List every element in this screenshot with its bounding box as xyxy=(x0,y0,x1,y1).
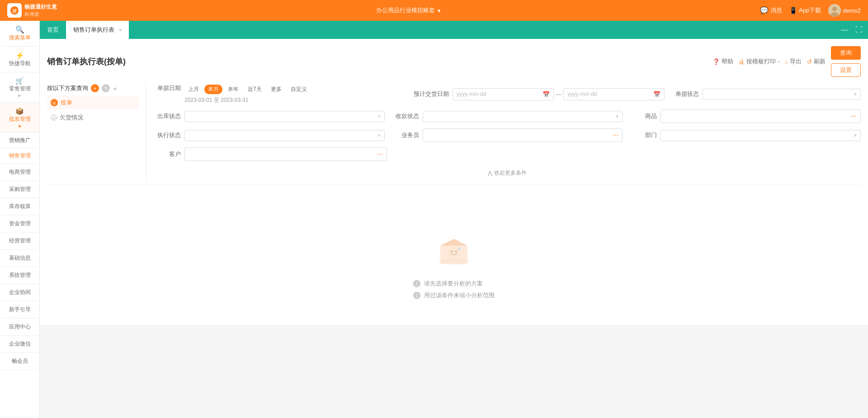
empty-tips: 1 请先选择要分析的方案 2 用过滤条件来缩小分析范围 xyxy=(413,280,495,299)
edit-plan-btn[interactable]: ✎ xyxy=(102,84,110,92)
predicted-date-label: 预计交货日期 xyxy=(413,90,449,98)
right-panel: 首页 销售订单执行表 × — ⛶ 销售订单执行表(按单) ❓ xyxy=(40,21,868,418)
empty-icon xyxy=(431,225,476,271)
sidebar-item-basics[interactable]: 基础信息 xyxy=(0,250,39,267)
tab-home-label: 首页 xyxy=(47,26,59,34)
predicted-date-to[interactable]: yyyy-mm-dd 📅 xyxy=(563,88,665,100)
help-action[interactable]: ❓ 帮助 xyxy=(712,57,733,66)
out-status-select[interactable]: ▾ xyxy=(184,111,385,122)
sidebar-item-operations[interactable]: 经营管理 xyxy=(0,233,39,250)
sidebar-item-appstore[interactable]: 应用中心 xyxy=(0,318,39,336)
action-buttons: 查询 设置 xyxy=(831,46,861,77)
sidebar-item-search[interactable]: 🔍 搜索菜单 xyxy=(0,21,39,47)
plan-item-quhuo[interactable]: 欠 欠货情况 xyxy=(47,111,139,124)
tab-more[interactable]: 更多 xyxy=(267,84,285,95)
out-status-dropdown-icon: ▾ xyxy=(378,114,381,119)
tab-minimize-icon[interactable]: — xyxy=(839,24,850,36)
tab-active[interactable]: 销售订单执行表 × xyxy=(66,21,129,39)
tab-close-icon[interactable]: × xyxy=(119,27,122,33)
goods-input[interactable]: ··· xyxy=(660,109,861,123)
tab-last-7-days[interactable]: 近7天 xyxy=(244,84,265,95)
tab-home[interactable]: 首页 xyxy=(40,21,66,39)
sidebar-item-newbie[interactable]: 新手引导 xyxy=(0,301,39,318)
sidebar-item-retail[interactable]: 🛒 零售管理 ▶ xyxy=(0,72,39,103)
collapse-more-btn[interactable]: ⋀ 收起更多条件 xyxy=(154,166,861,181)
collapse-left-btn[interactable]: « xyxy=(113,85,117,92)
filter-goods: 商品 ··· xyxy=(630,109,861,123)
refresh-label: 刷新 xyxy=(814,57,826,66)
page-title: 销售订单执行表(按单) xyxy=(47,56,126,67)
sidebar-item-wholesale[interactable]: 📦 批发管理 ▲ xyxy=(0,103,39,133)
goods-dots-btn[interactable]: ··· xyxy=(851,112,857,120)
filter-row-1: 单据日期 上月 本月 本年 近7天 更多 自定义 xyxy=(154,84,861,104)
app-download-nav-item[interactable]: 📱 App下载 xyxy=(789,6,821,14)
doc-status-dropdown-icon: ▾ xyxy=(854,91,857,97)
query-button[interactable]: 查询 xyxy=(831,46,861,60)
nav-dropdown-icon[interactable]: ▾ xyxy=(438,7,441,14)
nav-left: 好 畅捷通好生意 标准版 xyxy=(7,3,57,18)
filter-customer: 客户 ··· xyxy=(154,147,387,161)
filter-predicted-date: 预计交货日期 yyyy-mm-dd 📅 — yyyy-mm-dd xyxy=(413,88,665,100)
sidebar-item-enterprise[interactable]: 企业协同 xyxy=(0,284,39,301)
doc-status-select[interactable]: ▾ xyxy=(703,89,861,100)
export-action[interactable]: ↓ 导出 xyxy=(785,57,802,66)
logo-text: 畅捷通好生意 标准版 xyxy=(24,3,57,18)
tab-custom[interactable]: 自定义 xyxy=(287,84,311,95)
sidebar-item-marketing[interactable]: 营销推广 xyxy=(0,133,39,148)
predicted-date-from[interactable]: yyyy-mm-dd 📅 xyxy=(453,88,554,100)
svg-point-13 xyxy=(455,251,457,252)
main-layout: 🔍 搜索菜单 ⚡ 快捷导航 🛒 零售管理 ▶ 📦 批发管理 ▲ 营销推广 销售管… xyxy=(0,21,868,418)
collapse-label: 收起更多条件 xyxy=(494,169,527,177)
sidebar-item-inventory[interactable]: 库存核算 xyxy=(0,198,39,215)
date-range-text: 2023-03-01 至 2023-03-31 xyxy=(184,96,311,104)
refresh-action[interactable]: ↺ 刷新 xyxy=(807,57,826,66)
collection-status-dropdown-icon: ▾ xyxy=(616,114,618,119)
customer-label: 客户 xyxy=(154,150,181,158)
sidebar-item-finance[interactable]: 资金管理 xyxy=(0,215,39,233)
print-dropdown-icon: ▾ xyxy=(778,59,780,64)
message-nav-item[interactable]: 💬 消息 xyxy=(760,6,782,14)
dept-select[interactable]: ▾ xyxy=(660,130,861,141)
salesperson-dots-btn[interactable]: ··· xyxy=(613,131,618,139)
tab-last-month[interactable]: 上月 xyxy=(184,84,203,95)
tab-active-label: 销售订单执行表 xyxy=(73,26,114,34)
sidebar-item-wechat[interactable]: 企业微信 xyxy=(0,336,39,353)
plan-label-bidan: 按单 xyxy=(61,99,72,107)
filter-exec-status: 执行状态 ▾ xyxy=(154,130,385,141)
tab-bar-right: — ⛶ xyxy=(839,24,868,36)
logo-area: 好 畅捷通好生意 标准版 xyxy=(7,3,57,18)
collection-status-select[interactable]: ▾ xyxy=(423,111,623,122)
tip-num-2: 2 xyxy=(413,292,420,299)
exec-status-label: 执行状态 xyxy=(154,131,181,139)
sidebar-item-sales[interactable]: 销售管理 xyxy=(0,148,39,164)
nav-right: 💬 消息 📱 App下载 demo2 xyxy=(760,4,861,17)
customer-dots-btn[interactable]: ··· xyxy=(377,150,383,158)
retail-icon: 🛒 xyxy=(2,77,38,85)
sidebar-item-quick-nav[interactable]: ⚡ 快捷导航 xyxy=(0,47,39,72)
message-icon: 💬 xyxy=(760,6,769,14)
filter-right-panel: 单据日期 上月 本月 本年 近7天 更多 自定义 xyxy=(146,84,861,181)
tab-this-year[interactable]: 本年 xyxy=(224,84,242,95)
sidebar-item-system[interactable]: 系统管理 xyxy=(0,267,39,284)
svg-point-12 xyxy=(451,251,453,252)
filter-wrapper: 按以下方案查询 + ✎ « 按 按单 xyxy=(47,84,861,181)
add-plan-btn[interactable]: + xyxy=(91,84,99,92)
tab-this-month[interactable]: 本月 xyxy=(204,85,222,94)
plan-item-bidan[interactable]: 按 按单 xyxy=(47,96,139,109)
sidebar-item-member[interactable]: 畅会员 xyxy=(0,353,39,370)
set-button[interactable]: 设置 xyxy=(831,63,861,77)
exec-status-select[interactable]: ▾ xyxy=(184,130,385,141)
tab-maximize-icon[interactable]: ⛶ xyxy=(854,24,864,36)
user-nav-item[interactable]: demo2 xyxy=(828,4,861,17)
sidebar-item-ecommerce[interactable]: 电商管理 xyxy=(0,164,39,181)
filter-left-panel: 按以下方案查询 + ✎ « 按 按单 xyxy=(47,84,146,181)
print-action[interactable]: 🖨 按模板打印 ▾ xyxy=(739,57,780,66)
customer-input[interactable]: ··· xyxy=(184,147,387,161)
salesperson-input[interactable]: ··· xyxy=(423,128,623,142)
sidebar-item-purchase[interactable]: 采购管理 xyxy=(0,181,39,198)
date-label: 单据日期 xyxy=(154,84,181,92)
export-icon: ↓ xyxy=(785,58,788,65)
out-status-label: 出库状态 xyxy=(154,112,181,120)
export-label: 导出 xyxy=(790,57,802,66)
print-icon: 🖨 xyxy=(739,58,745,65)
